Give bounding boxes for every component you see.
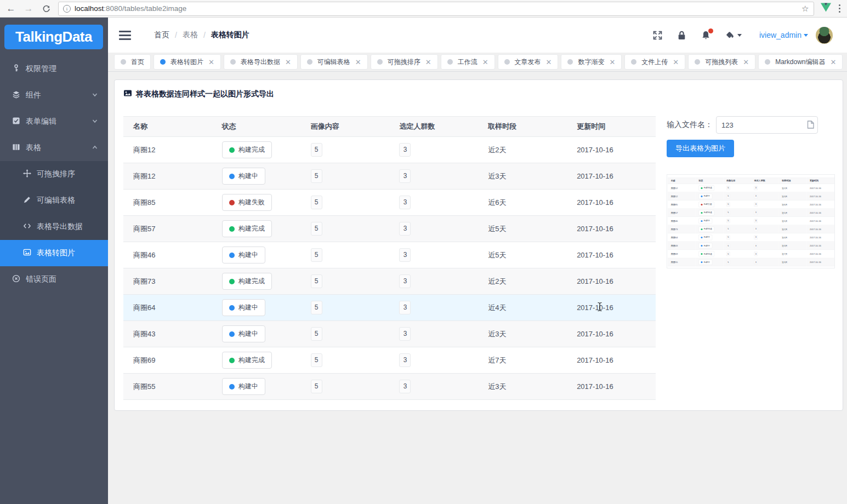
- export-panel: 输入文件名： 导出表格为图片 名称 状态 画: [667, 116, 835, 400]
- sidebar-item-form-edit[interactable]: 表单编辑: [0, 108, 108, 135]
- status-badge[interactable]: 构建完成: [222, 273, 272, 290]
- sidebar-item-label: 权限管理: [26, 64, 56, 74]
- portrait-count: 5: [311, 353, 322, 367]
- table-row: 商圈69 构建完成 5 3 近7天 2017-10-16: [123, 347, 656, 374]
- portrait-count: 5: [311, 196, 322, 209]
- crowd-count: 3: [399, 196, 411, 209]
- app-logo[interactable]: TalkingData: [4, 25, 103, 49]
- chevron-down-icon: [92, 117, 98, 126]
- table-row: 商圈43 构建中 5 3 近3天 2017-10-16: [123, 321, 656, 347]
- tab-draggable-list[interactable]: 可拖拽列表✕: [688, 54, 755, 70]
- status-dot: [229, 253, 235, 258]
- status-badge[interactable]: 构建完成: [222, 141, 272, 158]
- close-icon[interactable]: ✕: [831, 59, 837, 66]
- tab-table-to-image[interactable]: 表格转图片✕: [154, 54, 221, 70]
- close-icon[interactable]: ✕: [609, 59, 615, 66]
- sidebar-item-label: 表格转图片: [37, 248, 75, 258]
- breadcrumb-home[interactable]: 首页: [154, 30, 169, 40]
- url-bar[interactable]: i localhost:8080/tables/table2image ☆: [58, 2, 814, 16]
- avatar[interactable]: [816, 27, 833, 44]
- browser-refresh-icon[interactable]: [41, 3, 52, 14]
- filename-input[interactable]: [716, 116, 818, 134]
- opened-page-tabs: 首页 表格转图片✕ 表格导出数据✕ 可编辑表格✕ 可拖拽排序✕ 工作流✕ 文章发…: [108, 53, 847, 72]
- chevron-down-icon: [92, 91, 98, 100]
- browser-forward-icon[interactable]: →: [23, 3, 34, 14]
- code-icon: [23, 222, 31, 232]
- notification-badge: [708, 28, 713, 33]
- sidebar-toggle-icon[interactable]: [119, 31, 131, 40]
- vue-devtools-icon[interactable]: [821, 3, 831, 14]
- theme-switch-icon[interactable]: [725, 30, 742, 41]
- tab-editable-table[interactable]: 可编辑表格✕: [300, 54, 368, 70]
- sidebar-subitem-editable-table[interactable]: 可编辑表格: [0, 187, 108, 214]
- crowd-count: 3: [399, 274, 411, 288]
- breadcrumb: 首页 / 表格 / 表格转图片: [154, 30, 249, 40]
- tab-number-gradient[interactable]: 数字渐变✕: [561, 54, 622, 70]
- close-icon[interactable]: ✕: [285, 59, 291, 66]
- bookmark-star-icon[interactable]: ☆: [801, 4, 809, 14]
- portrait-count: 5: [311, 327, 322, 341]
- breadcrumb-current: 表格转图片: [211, 30, 249, 40]
- crowd-count: 3: [399, 353, 411, 367]
- close-icon[interactable]: ✕: [743, 59, 749, 66]
- tab-article-publish[interactable]: 文章发布✕: [498, 54, 559, 70]
- filename-label: 输入文件名：: [667, 120, 713, 130]
- caret-down-icon: [804, 34, 808, 37]
- status-badge[interactable]: 构建完成: [222, 220, 272, 237]
- portrait-count: 5: [311, 380, 322, 393]
- status-badge[interactable]: 构建中: [222, 299, 265, 316]
- caret-down-icon: [737, 34, 742, 37]
- lock-icon[interactable]: [677, 30, 687, 41]
- pencil-icon: [23, 196, 31, 205]
- status-badge[interactable]: 构建中: [222, 168, 265, 185]
- browser-back-icon[interactable]: ←: [5, 3, 16, 14]
- close-icon[interactable]: ✕: [482, 59, 488, 66]
- fullscreen-icon[interactable]: [652, 30, 663, 41]
- sidebar-table-submenu: 可拖拽排序 可编辑表格 表格导出数据 表格转图片: [0, 161, 108, 266]
- export-table-button[interactable]: 导出表格为图片: [667, 140, 734, 157]
- crowd-count: 3: [399, 222, 411, 236]
- status-badge[interactable]: 构建中: [222, 247, 265, 264]
- sidebar-item-label: 组件: [26, 90, 41, 100]
- browser-toolbar: ← → i localhost:8080/tables/table2image …: [0, 0, 847, 18]
- close-icon[interactable]: ✕: [208, 59, 214, 66]
- tab-home[interactable]: 首页: [114, 54, 151, 70]
- status-dot: [229, 279, 235, 284]
- close-icon[interactable]: ✕: [546, 59, 552, 66]
- tab-file-upload[interactable]: 文件上传✕: [624, 54, 685, 70]
- tab-table-export[interactable]: 表格导出数据✕: [224, 54, 298, 70]
- status-dot: [229, 200, 235, 205]
- user-menu[interactable]: iview_admin: [759, 31, 808, 39]
- status-badge[interactable]: 构建中: [222, 378, 265, 395]
- close-icon[interactable]: ✕: [425, 59, 431, 66]
- table-row: 商圈64 构建中 5 3 近4天 2017-10-16: [123, 295, 656, 321]
- close-icon[interactable]: ✕: [673, 59, 679, 66]
- page-info-icon[interactable]: i: [63, 5, 71, 13]
- sidebar-item-error-page[interactable]: 错误页面: [0, 266, 108, 293]
- sidebar-subitem-table-export[interactable]: 表格导出数据: [0, 214, 108, 240]
- sidebar-item-permission[interactable]: 权限管理: [0, 56, 108, 82]
- tab-draggable-sort[interactable]: 可拖拽排序✕: [371, 54, 438, 70]
- sidebar-subitem-table-to-image[interactable]: 表格转图片: [0, 240, 108, 266]
- notification-bell-icon[interactable]: [701, 30, 711, 41]
- crowd-count: 3: [399, 380, 411, 393]
- sidebar-item-label: 错误页面: [26, 274, 56, 284]
- tab-markdown-editor[interactable]: Markdown编辑器✕: [758, 54, 843, 70]
- tab-workflow[interactable]: 工作流✕: [441, 54, 495, 70]
- status-badge[interactable]: 构建完成: [222, 352, 272, 369]
- sidebar-item-components[interactable]: 组件: [0, 82, 108, 108]
- status-badge[interactable]: 构建中: [222, 325, 265, 342]
- sidebar-subitem-drag-sort[interactable]: 可拖拽排序: [0, 161, 108, 187]
- status-badge[interactable]: 构建失败: [222, 194, 272, 211]
- table-row: 商圈12 构建完成 5 3 近2天 2017-10-16: [123, 137, 656, 163]
- breadcrumb-section: 表格: [183, 30, 198, 40]
- browser-menu-icon[interactable]: [838, 3, 842, 14]
- sidebar-item-table[interactable]: 表格: [0, 135, 108, 161]
- status-dot: [229, 358, 235, 363]
- top-navbar: 首页 / 表格 / 表格转图片: [108, 18, 847, 53]
- portrait-count: 5: [311, 301, 322, 314]
- username-text: iview_admin: [759, 31, 801, 39]
- close-icon[interactable]: ✕: [355, 59, 361, 66]
- move-icon: [23, 169, 31, 179]
- portrait-count: 5: [311, 248, 322, 262]
